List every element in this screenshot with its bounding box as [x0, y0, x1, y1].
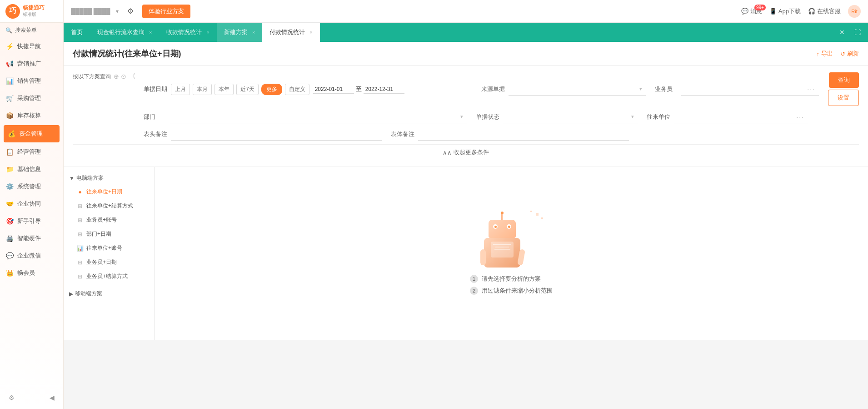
message-badge: 99+: [754, 5, 766, 10]
tab-home[interactable]: 首页: [64, 23, 90, 42]
sidebar-item-quick-nav[interactable]: ⚡ 快捷导航: [0, 38, 63, 55]
sidebar-item-cooperation[interactable]: 🤝 企业协同: [0, 195, 63, 212]
panel-item-label: 部门+日期: [86, 230, 111, 238]
date-this-year[interactable]: 本年: [215, 84, 234, 95]
panel-mobile-section[interactable]: ▶ 移动端方案: [64, 287, 154, 300]
tab-new-plan[interactable]: 新建方案 ×: [217, 23, 262, 42]
close-all-tabs-btn[interactable]: ✕: [836, 26, 848, 38]
query-btn[interactable]: 查询: [829, 72, 859, 88]
filter-settings-btn[interactable]: 设置: [828, 90, 859, 106]
date-start-input[interactable]: [313, 85, 354, 94]
panel-item-salesperson-date[interactable]: ⊞ 业务员+日期: [64, 255, 154, 269]
salesperson-more-btn[interactable]: ···: [807, 86, 815, 93]
date-label: 单据日期: [144, 85, 167, 93]
collection-stats-tab-label: 收款情况统计: [166, 28, 202, 36]
date-custom[interactable]: 自定义: [285, 84, 309, 95]
collapse-panel-btn[interactable]: 《: [129, 72, 135, 81]
tab-collection-stats[interactable]: 收款情况统计 ×: [159, 23, 216, 42]
panel-item-label: 业务员+结算方式: [86, 273, 128, 280]
panel-item-salesperson-account[interactable]: ⊞ 业务员+账号: [64, 213, 154, 227]
left-scheme-panel: ▼ 电脑端方案 ● 往来单位+日期 ⊞ 往来单位+结算方式 ⊞ 业务员+账号: [64, 167, 155, 340]
sidebar-item-marketing[interactable]: 📢 营销推广: [0, 55, 63, 72]
panel-desktop-section[interactable]: ▼ 电脑端方案: [64, 172, 154, 185]
top-header-left: █████ ████ ▾ ⚙ 体验行业方案: [71, 5, 190, 18]
dept-select[interactable]: ▾: [170, 111, 467, 123]
messages-btn[interactable]: 💬 消息 99+: [741, 7, 762, 15]
sidebar-item-guide[interactable]: 🎯 新手引导: [0, 212, 63, 230]
tab-bank-flow[interactable]: 现金银行流水查询 ×: [90, 23, 159, 42]
app-download-btn[interactable]: 📱 App下载: [769, 7, 801, 15]
date-this-month[interactable]: 本月: [193, 84, 212, 95]
doc-status-select[interactable]: ▾: [503, 111, 638, 123]
sidebar-item-operation[interactable]: 📋 经营管理: [0, 143, 63, 161]
settings-bottom-btn[interactable]: ⚙: [5, 391, 18, 404]
sidebar-item-inventory[interactable]: 📦 库存核算: [0, 107, 63, 124]
tab-payment-stats[interactable]: 付款情况统计 ×: [262, 23, 319, 42]
tab-close-collection-stats[interactable]: ×: [206, 30, 209, 35]
sales-icon: 📊: [5, 77, 14, 85]
sidebar-item-member[interactable]: 👑 畅会员: [0, 264, 63, 282]
sidebar-item-label: 企业协同: [17, 200, 41, 208]
sidebar-item-label: 畅会员: [17, 269, 35, 277]
user-dropdown-btn[interactable]: ▾: [116, 8, 119, 15]
sidebar-item-system[interactable]: ⚙️ 系统管理: [0, 178, 63, 195]
source-select[interactable]: ▾: [509, 83, 646, 96]
source-select-arrow: ▾: [639, 86, 642, 92]
search-menu[interactable]: 🔍 搜索菜单: [0, 23, 63, 38]
app-download-label: App下载: [778, 7, 801, 15]
chevron-right-icon: ▶: [69, 291, 73, 297]
header-settings-btn[interactable]: ⚙: [124, 5, 137, 18]
collapse-conditions-btn[interactable]: ∧∧ 收起更多条件: [73, 144, 859, 160]
trial-btn[interactable]: 体验行业方案: [142, 5, 190, 18]
sidebar-item-wechat[interactable]: 💬 企业微信: [0, 247, 63, 264]
collapse-sidebar-btn[interactable]: ◀: [45, 391, 59, 404]
refresh-btn[interactable]: ↺ 刷新: [840, 50, 859, 58]
sidebar-item-purchase[interactable]: 🛒 采购管理: [0, 90, 63, 107]
partner-label: 往来单位: [647, 113, 670, 121]
tbody-note-input[interactable]: [418, 128, 629, 141]
cooperation-icon: 🤝: [5, 200, 14, 208]
scheme-settings-btn[interactable]: ⊙: [121, 73, 126, 80]
export-btn[interactable]: ↑ 导出: [817, 50, 833, 58]
partner-input[interactable]: ···: [674, 111, 808, 123]
partner-settlement-icon: ⊞: [76, 202, 84, 210]
tab-close-new-plan[interactable]: ×: [252, 30, 255, 35]
partner-more-btn[interactable]: ···: [796, 113, 804, 121]
date-more[interactable]: 更多: [261, 84, 282, 95]
tab-close-bank-flow[interactable]: ×: [149, 30, 152, 35]
salesperson-input[interactable]: ···: [681, 83, 819, 96]
panel-desktop-label: 电脑端方案: [76, 174, 104, 182]
panel-item-partner-settlement[interactable]: ⊞ 往来单位+结算方式: [64, 199, 154, 213]
panel-item-salesperson-settlement[interactable]: ⊞ 业务员+结算方式: [64, 269, 154, 283]
user-avatar[interactable]: Rit: [848, 5, 861, 18]
online-service-btn[interactable]: 🎧 在线客服: [808, 7, 841, 15]
sidebar-logo: 巧 畅捷通巧 标准版: [0, 0, 63, 23]
panel-item-label: 往来单位+结算方式: [86, 202, 133, 210]
date-last-month[interactable]: 上月: [171, 84, 190, 95]
sidebar-item-hardware[interactable]: 🖨️ 智能硬件: [0, 230, 63, 247]
sidebar-item-sales[interactable]: 📊 销售管理: [0, 72, 63, 90]
add-scheme-btn[interactable]: ⊕: [114, 73, 119, 80]
sidebar-bottom: ⚙ ◀: [0, 386, 63, 409]
date-last-7days[interactable]: 近7天: [236, 84, 259, 95]
content-wrapper: ▼ 电脑端方案 ● 往来单位+日期 ⊞ 往来单位+结算方式 ⊞ 业务员+账号: [64, 167, 868, 340]
sidebar-item-finance[interactable]: 💰 资金管理: [4, 125, 60, 142]
maximize-btn[interactable]: ⛶: [852, 26, 863, 38]
hint-item-2: 2 用过滤条件来缩小分析范围: [470, 287, 553, 295]
date-quick-buttons: 上月 本月 本年 近7天 更多 自定义: [171, 84, 309, 95]
panel-item-dept-date[interactable]: ⊞ 部门+日期: [64, 227, 154, 241]
partner-date-icon: ●: [76, 188, 84, 196]
sidebar-item-basic-info[interactable]: 📁 基础信息: [0, 161, 63, 178]
hint-text-2: 用过滤条件来缩小分析范围: [482, 287, 553, 295]
member-icon: 👑: [5, 269, 14, 277]
doc-status-arrow: ▾: [631, 114, 634, 120]
panel-item-partner-date[interactable]: ● 往来单位+日期: [64, 185, 154, 199]
thead-note-input[interactable]: [171, 128, 382, 141]
basic-info-icon: 📁: [5, 165, 14, 173]
chevron-down-icon: ▼: [69, 175, 75, 182]
app-logo-icon: 巧: [5, 4, 20, 19]
tab-close-payment-stats[interactable]: ×: [309, 30, 312, 35]
date-end-input[interactable]: [364, 85, 404, 94]
panel-item-partner-account[interactable]: 📊 往来单位+账号: [64, 241, 154, 255]
filter-tbody-note-item: 表体备注: [391, 128, 629, 141]
